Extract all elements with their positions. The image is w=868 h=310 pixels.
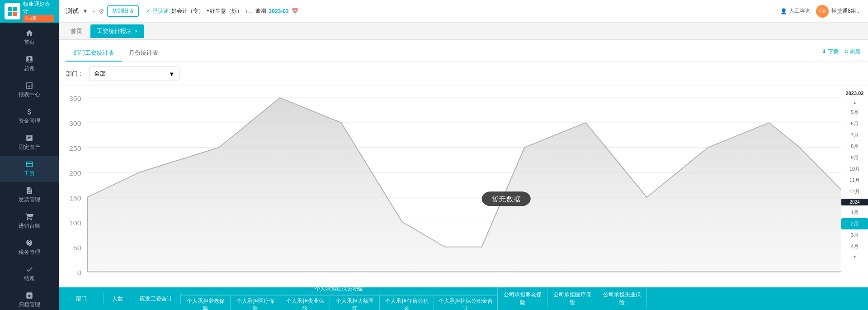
tab-salary-report-label: 工资统计报表 [97,27,132,35]
sidebar-item-ledger[interactable]: 总账 [0,51,59,77]
sidebar-item-reports-label: 报表中心 [19,91,40,99]
switch-old-btn[interactable]: 切到旧版 [107,5,139,17]
th-count-label: 人数 [112,295,123,303]
th-personal-medical: 个人承担医疗保险 [231,295,280,310]
date-month-6[interactable]: 6月 [841,118,868,129]
th-company-unemployment: 公司承担失业保险 [597,289,647,308]
period-value: 2023-02 [269,8,289,14]
sidebar-item-funds[interactable]: 资金管理 [0,103,59,129]
refresh-btn[interactable]: ↻ 刷新 [844,48,861,56]
status-biz: +好生意（标） [207,7,242,15]
chart-area: 350 300 250 200 150 100 50 0 [59,86,868,287]
date-month-1[interactable]: 1月 [841,207,868,218]
th-dept: 部门 [59,293,104,305]
sidebar-item-tax[interactable]: 税务管理 [0,234,59,261]
subtab-monthly-label: 月份统计表 [129,49,158,56]
avatar[interactable]: CE [816,5,829,18]
sidebar-item-assets[interactable]: 固定资产 [0,129,59,156]
svg-rect-0 [8,7,12,11]
chart-container: 350 300 250 200 150 100 50 0 [59,86,868,287]
svg-marker-20 [87,98,849,272]
date-prev-btn[interactable]: ▲ [850,98,859,107]
svg-text:150: 150 [69,195,81,202]
sidebar-item-funds-label: 资金管理 [19,117,40,125]
table-header: 部门 人数 应发工资合计 个人承担社保公积金 个人承担养老保险 个人承担医疗保险 [59,287,868,310]
topbar: 测试 ▼ + ⚙ 切到旧版 ✓ 已认证 好会计（专） +好生意（标） +... … [59,0,868,23]
date-month-5[interactable]: 5月 [841,107,868,118]
date-month-11[interactable]: 11月 [841,175,868,186]
svg-rect-1 [13,7,17,11]
date-sidebar: 2023.02 ▲ 5月 6月 7月 8月 9月 10月 11月 12月 202… [841,86,868,287]
tab-home[interactable]: 首页 [64,24,89,38]
year-2024-badge: 2024 [841,199,868,205]
settings-icon[interactable]: ⚙ [99,8,104,15]
date-month-9[interactable]: 9月 [841,152,868,163]
svg-text:暂无数据: 暂无数据 [491,196,521,203]
calendar-icon[interactable]: 📅 [292,8,298,14]
chart-svg: 350 300 250 200 150 100 50 0 [66,91,861,287]
help-label: 人工咨询 [789,7,811,15]
user-area: CE 轻捷通8组... [816,5,861,18]
date-month-2-active[interactable]: 2月 [841,218,868,229]
subtabs: 部门工资统计表 月份统计表 ⬇ 下载 ↻ 刷新 [59,40,868,62]
sidebar-item-home[interactable]: 首页 [0,24,59,51]
th-count: 人数 [104,293,131,305]
user-name: 轻捷通8组... [831,7,861,15]
sidebar-nav: 首页 总账 报表中心 资金管理 固定资产 工资 发票管理 [0,23,59,310]
subtab-dept[interactable]: 部门工资统计表 [66,45,122,62]
sidebar-item-tax-label: 税务管理 [19,248,40,256]
status-verified: ✓ 已认证 [146,7,168,15]
sidebar-item-archive-label: 归档管理 [19,301,40,309]
help-icon: 👤 [780,8,787,14]
sidebar-item-home-label: 首页 [24,38,35,46]
subtab-dept-label: 部门工资统计表 [73,49,114,56]
th-personal-unemployment: 个人承担失业保险 [280,295,330,310]
tab-salary-report[interactable]: 工资统计报表 × [90,24,144,38]
date-month-7[interactable]: 7月 [841,129,868,141]
subtab-monthly[interactable]: 月份统计表 [122,45,165,62]
sidebar-item-close[interactable]: 结账 [0,261,59,287]
tab-close-icon[interactable]: × [135,28,138,34]
th-personal-group-cells: 个人承担养老保险 个人承担医疗保险 个人承担失业保险 个人承担大额医疗 个人承担… [181,295,497,310]
dept-select[interactable]: 全部 ▼ [89,67,179,81]
date-month-3[interactable]: 3月 [841,229,868,241]
svg-text:0: 0 [77,269,81,277]
refresh-icon: ↻ [844,48,849,55]
chevron-down-icon: ▼ [169,71,175,77]
add-icon[interactable]: + [92,7,96,15]
topbar-dropdown-icon[interactable]: ▼ [82,8,88,14]
date-next-btn[interactable]: ▼ [850,252,859,261]
help-btn[interactable]: 👤 人工咨询 [780,7,811,15]
sidebar-item-ledger-label: 总账 [24,65,35,72]
subtab-actions: ⬇ 下载 ↻ 刷新 [822,48,861,59]
th-dept-label: 部门 [76,295,87,303]
download-btn[interactable]: ⬇ 下载 [822,48,839,56]
sidebar-item-invoice[interactable]: 发票管理 [0,182,59,208]
date-month-10[interactable]: 10月 [841,163,868,175]
sidebar-item-invoice-label: 发票管理 [19,196,40,204]
th-personal-total: 个人承担社保公积金合计 [434,295,497,310]
svg-text:100: 100 [69,219,81,227]
sidebar-item-salary[interactable]: 工资 [0,156,59,182]
th-personal-housing: 个人承担住房公积金 [380,295,434,310]
th-personal-unemployment-label: 个人承担失业保险 [284,297,326,310]
sidebar: 畅康通好会计 专业版 首页 总账 报表中心 资金管理 固定资产 [0,0,59,310]
sidebar-item-sales[interactable]: 进销台账 [0,208,59,234]
svg-text:300: 300 [69,120,81,127]
th-personal-pension-label: 个人承担养老保险 [184,297,226,310]
toolbar: 部门： 全部 ▼ [59,62,868,86]
th-personal-medical-label: 个人承担医疗保险 [234,297,276,310]
sidebar-item-sales-label: 进销台账 [19,222,40,230]
sidebar-item-reports[interactable]: 报表中心 [0,77,59,103]
date-month-8[interactable]: 8月 [841,141,868,152]
app-logo: 畅康通好会计 专业版 [0,0,59,23]
topbar-actions: + ⚙ 切到旧版 [92,5,139,17]
status-good: 好会计（专） [171,7,204,15]
logo-edition: 专业版 [23,15,54,22]
sidebar-item-assets-label: 固定资产 [19,143,40,151]
date-month-4[interactable]: 4月 [841,241,868,252]
th-company-medical-label: 公司承担医疗保险 [551,291,593,306]
th-salary-total: 应发工资合计 [131,293,181,305]
date-month-12[interactable]: 12月 [841,186,868,197]
sidebar-item-archive[interactable]: 归档管理 [0,287,59,310]
